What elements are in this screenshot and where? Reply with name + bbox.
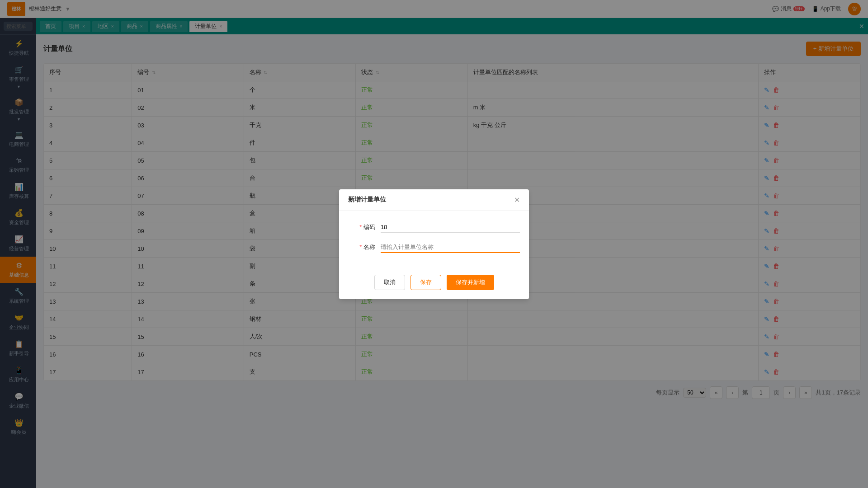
- name-input[interactable]: [381, 242, 520, 253]
- name-label: 名称: [348, 243, 375, 251]
- cancel-button[interactable]: 取消: [374, 275, 405, 290]
- form-name-item: 名称: [348, 242, 520, 253]
- modal-header: 新增计量单位 ✕: [339, 189, 529, 211]
- modal-title: 新增计量单位: [348, 196, 386, 204]
- modal-close-btn[interactable]: ✕: [514, 196, 520, 204]
- modal-footer: 取消 保存 保存并新增: [339, 269, 529, 299]
- save-button[interactable]: 保存: [410, 275, 441, 290]
- modal: 新增计量单位 ✕ 编码 名称 取消 保存 保存并新增: [339, 189, 529, 299]
- code-label: 编码: [348, 223, 375, 231]
- modal-overlay[interactable]: 新增计量单位 ✕ 编码 名称 取消 保存 保存并新增: [0, 0, 868, 488]
- code-input[interactable]: [381, 222, 520, 233]
- form-code-item: 编码: [348, 222, 520, 233]
- save-add-button[interactable]: 保存并新增: [447, 275, 494, 290]
- modal-body: 编码 名称: [339, 211, 529, 269]
